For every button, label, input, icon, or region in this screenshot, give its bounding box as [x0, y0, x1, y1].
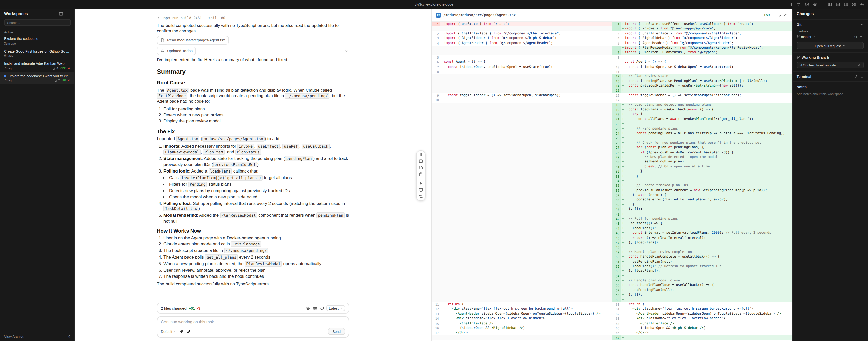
sidebar-footer[interactable]: View Archive 0	[0, 332, 74, 341]
list-item: Poll for pending plans	[163, 106, 349, 112]
model-selector[interactable]: Default	[161, 330, 176, 333]
chat-scroll-area[interactable]: npm run build 2>&1 | tail -80The build c…	[75, 9, 431, 303]
diff-line	[432, 269, 612, 274]
monitor-icon[interactable]	[418, 188, 423, 192]
diff-line	[432, 155, 612, 160]
more-options-icon[interactable]	[859, 34, 864, 39]
tool-label: Updated Todos	[167, 49, 193, 53]
clipboard-icon[interactable]	[418, 172, 423, 177]
copy-icon[interactable]	[418, 165, 423, 170]
gear-icon[interactable]	[860, 2, 864, 7]
diff-line	[432, 50, 612, 55]
diff-line: 7+import { PlanItem, PlanStatus } from "…	[612, 50, 792, 55]
edit-branch-icon[interactable]	[857, 63, 861, 67]
inline-code: ~/.medusa/pending/	[285, 93, 330, 99]
layout-grid-icon[interactable]	[852, 2, 856, 7]
git-compare-icon[interactable]	[418, 194, 423, 199]
latest-dropdown[interactable]: Latest	[327, 305, 345, 311]
eye-icon[interactable]	[813, 2, 817, 7]
board-icon[interactable]	[59, 12, 63, 16]
chevron-down-icon	[812, 35, 815, 38]
notes-placeholder[interactable]: Add notes about this workspace...	[793, 92, 868, 99]
diff-line	[432, 236, 612, 240]
branch-name: master	[801, 35, 811, 38]
collapse-diff-icon[interactable]	[783, 13, 788, 17]
send-button[interactable]: Send	[328, 328, 345, 335]
diff-line	[432, 245, 612, 250]
split-view-icon[interactable]	[418, 159, 423, 163]
sliders-icon[interactable]	[313, 306, 317, 310]
chevron-down-icon[interactable]	[860, 23, 864, 26]
diff-line: 17 </div>	[432, 331, 612, 335]
open-pr-button[interactable]: Open pull request	[797, 42, 864, 49]
additions-count: +61	[189, 306, 195, 310]
workspace-item[interactable]: Explore the codebase I want you to ex...…	[0, 72, 74, 85]
add-workspace-button[interactable]	[66, 12, 70, 16]
diff-line: 44+ loadPlans();	[612, 226, 792, 231]
branch-status: ↑1	[854, 34, 864, 39]
workspace-list: Explore the codebase35m agoCreate Good F…	[0, 35, 74, 85]
chevron-down-icon[interactable]	[345, 49, 349, 53]
divider	[418, 179, 424, 179]
diff-body[interactable]: 1-import { useState } from "react";2impo…	[432, 22, 792, 341]
diff-line: 11	[612, 69, 792, 74]
notes-section[interactable]: Notes	[793, 82, 868, 92]
diff-line	[432, 141, 612, 146]
main-layout: Workspaces Active Explore the codebase35…	[0, 9, 868, 341]
workspace-item[interactable]: Explore the codebase35m ago	[0, 35, 74, 47]
branch-selector[interactable]: master	[797, 35, 815, 38]
workspace-item[interactable]: Create Good First Issues on Github So ..…	[0, 47, 74, 60]
eye-icon[interactable]	[306, 306, 310, 310]
tool-call[interactable]: Read medusa/src/pages/Agent.tsx	[157, 36, 228, 44]
panel-bottom-icon[interactable]	[836, 2, 840, 7]
diff-line	[432, 84, 612, 88]
diff-removed-count: -1	[772, 13, 775, 17]
play-icon[interactable]	[418, 181, 423, 186]
list-item: State management: Added state for tracki…	[163, 156, 349, 167]
paperclip-icon[interactable]	[179, 329, 184, 334]
terminal-actions	[854, 75, 864, 79]
diff-line: 67+	[612, 335, 792, 340]
refresh-icon[interactable]	[320, 306, 324, 310]
diff-line: 18+ // Load plans and detect new pending…	[612, 102, 792, 107]
expand-terminal-icon[interactable]	[854, 75, 858, 79]
inline-code: TaskDetail.tsx	[163, 206, 198, 212]
panel-left-icon[interactable]	[828, 2, 832, 7]
clock-icon[interactable]	[805, 2, 809, 7]
list-item: Opens the modal when a new plan is detec…	[169, 194, 349, 199]
panel-right-icon[interactable]	[844, 2, 848, 7]
tool-row: Updated Todos	[157, 46, 349, 55]
sidebar-header: Workspaces	[0, 9, 74, 19]
diff-file-path[interactable]: /medusa/medusa/src/pages/Agent.tsx	[443, 13, 516, 17]
working-branch-field[interactable]: vk/3ccf-explore-the-code	[797, 62, 864, 68]
diff-line: 33+ }	[612, 174, 792, 179]
open-terminal-icon[interactable]	[860, 75, 864, 79]
diff-line: 58+ }, []);	[612, 293, 792, 298]
diff-line: 34+	[612, 179, 792, 183]
terminal-label: Terminal	[797, 75, 811, 79]
chat-paragraph: I updated Agent.tsx (medusa/src/pages/Ag…	[157, 136, 349, 142]
view-archive-link[interactable]: View Archive	[4, 335, 24, 338]
diff-line: 40+ }, []);	[612, 207, 792, 212]
tool-call[interactable]: Updated Todos	[157, 46, 196, 55]
terminal-section[interactable]: Terminal	[793, 71, 868, 82]
diff-line	[432, 112, 612, 117]
inline-code: Pending	[188, 182, 207, 187]
diff-stats: +59 -1	[764, 13, 788, 17]
chevron-down-icon	[173, 330, 176, 333]
workspace-item[interactable]: Install and integrate Vibe Kanban Web...…	[0, 60, 74, 72]
pause-icon[interactable]	[788, 2, 793, 7]
files-changed-bar[interactable]: 2 files changed +61 -3 Latest	[157, 303, 349, 314]
diff-line	[432, 250, 612, 255]
chat-paragraph: The build completed successfully with no…	[157, 23, 349, 34]
tool-call[interactable]: npm run build 2>&1 | tail -80	[157, 16, 349, 20]
diff-line: 31+ break; // Only open one at a time	[612, 164, 792, 169]
chat-list: Poll for pending plansDetect when a new …	[157, 106, 349, 124]
inline-code: medusa/src/pages/Agent.tsx	[202, 136, 265, 142]
wrap-text-icon[interactable]	[777, 13, 781, 17]
search-input[interactable]	[4, 19, 71, 26]
pen-icon[interactable]	[186, 329, 191, 334]
message-input[interactable]: Continue working on this task... Default…	[157, 316, 349, 338]
arrows-swap-icon[interactable]	[797, 2, 801, 7]
diff-line: 16 {sidebarOpen && <RightSidebar />}	[432, 326, 612, 331]
